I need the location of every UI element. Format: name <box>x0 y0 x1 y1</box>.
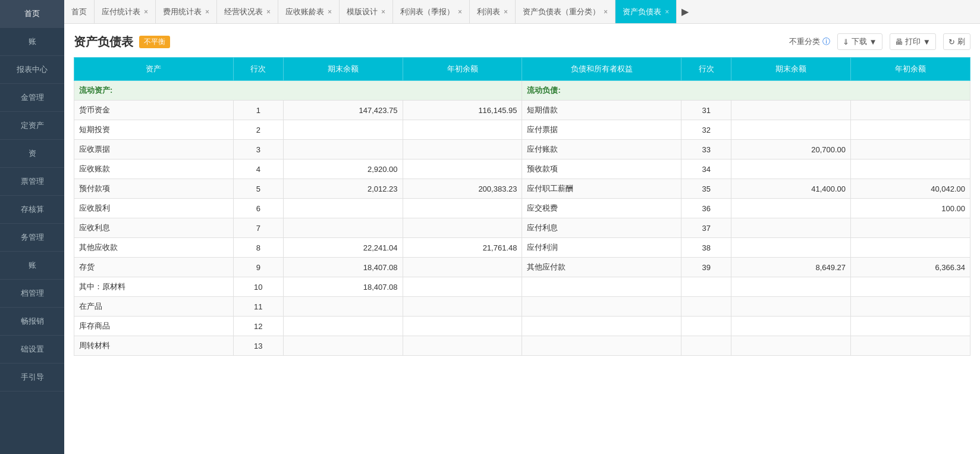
beginning-balance <box>403 297 522 317</box>
sidebar-item-ledger[interactable]: 账 <box>0 252 64 280</box>
ending-balance <box>283 218 403 238</box>
sidebar-item-report-center[interactable]: 报表中心 <box>0 56 64 84</box>
print-chevron-icon: ▼ <box>923 37 931 46</box>
tab-bar: 首页 应付统计表 × 费用统计表 × 经营状况表 × 应收账龄表 × 模版设计 … <box>64 0 980 24</box>
no-reclassify-label: 不重分类 ⓘ <box>789 36 830 47</box>
page-title-area: 资产负债表 不平衡 <box>74 34 170 50</box>
row-num2 <box>681 297 731 317</box>
ending-balance2 <box>731 101 851 120</box>
row-num: 12 <box>233 317 283 336</box>
sidebar-item-expense[interactable]: 畅报销 <box>0 308 64 336</box>
tab-close-balance-sheet[interactable]: × <box>665 8 669 16</box>
tab-expense-stats[interactable]: 费用统计表 × <box>156 0 217 24</box>
asset-label: 应收利息 <box>74 218 234 238</box>
table-row: 预付款项 5 2,012.23 200,383.23 应付职工薪酬 35 41,… <box>74 179 970 199</box>
tab-close-profit[interactable]: × <box>504 8 508 16</box>
tab-balance-sheet[interactable]: 资产负债表 × <box>615 0 677 24</box>
beginning-balance <box>403 159 522 179</box>
sidebar-item-investment[interactable]: 资 <box>0 140 64 168</box>
tab-profit[interactable]: 利润表 × <box>470 0 516 24</box>
tab-profit-quarterly[interactable]: 利润表（季报） × <box>393 0 470 24</box>
row-num: 1 <box>233 101 283 120</box>
beginning-balance2: 6,366.34 <box>851 258 970 277</box>
asset-label: 应收股利 <box>74 199 234 218</box>
ending-balance: 18,407.08 <box>283 258 403 277</box>
tab-close-receivable-aging[interactable]: × <box>328 8 332 16</box>
tab-close-balance-reclassified[interactable]: × <box>604 8 608 16</box>
row-num: 4 <box>233 159 283 179</box>
sidebar-item-tax-mgmt[interactable]: 务管理 <box>0 224 64 252</box>
col-ending-balance: 期末余额 <box>283 58 403 81</box>
col-liability: 负债和所有者权益 <box>522 58 681 81</box>
asset-label: 在产品 <box>74 297 234 317</box>
ending-balance2 <box>731 159 851 179</box>
beginning-balance2 <box>851 336 970 356</box>
beginning-balance <box>403 140 522 159</box>
col-asset: 资产 <box>74 58 234 81</box>
tab-template-design[interactable]: 模版设计 × <box>340 0 393 24</box>
ending-balance2 <box>731 317 851 336</box>
beginning-balance <box>403 199 522 218</box>
print-button[interactable]: 🖶 打印 ▼ <box>890 33 936 50</box>
sidebar-item-home[interactable]: 首页 <box>0 0 64 28</box>
row-num2: 33 <box>681 140 731 159</box>
sidebar-item-fund-mgmt[interactable]: 金管理 <box>0 84 64 112</box>
sidebar-item-settings[interactable]: 础设置 <box>0 336 64 364</box>
tab-close-business-status[interactable]: × <box>266 8 271 16</box>
refresh-icon: ↻ <box>948 37 955 46</box>
download-chevron-icon: ▼ <box>869 37 877 46</box>
tab-close-template-design[interactable]: × <box>381 8 385 16</box>
liability-label: 应付账款 <box>522 140 681 159</box>
refresh-button[interactable]: ↻ 刷 <box>943 33 970 50</box>
sidebar-item-fixed-assets[interactable]: 定资产 <box>0 112 64 140</box>
beginning-balance2 <box>851 101 970 120</box>
row-num2 <box>681 277 731 297</box>
row-num2: 39 <box>681 258 731 277</box>
ending-balance: 18,407.08 <box>283 277 403 297</box>
help-icon[interactable]: ⓘ <box>822 36 830 47</box>
liability-label <box>522 336 681 356</box>
sidebar-item-inventory[interactable]: 存核算 <box>0 196 64 224</box>
table-row: 应收股利 6 应交税费 36 100.00 <box>74 199 970 218</box>
asset-label: 其他应收款 <box>74 238 234 258</box>
row-num2: 34 <box>681 159 731 179</box>
tab-close-expense-stats[interactable]: × <box>205 8 209 16</box>
tab-business-status[interactable]: 经营状况表 × <box>217 0 278 24</box>
asset-label: 货币资金 <box>74 101 234 120</box>
ending-balance2: 41,400.00 <box>731 179 851 199</box>
col-beginning-balance: 年初余额 <box>403 58 522 81</box>
row-num: 8 <box>233 238 283 258</box>
asset-label: 短期投资 <box>74 120 234 140</box>
row-num: 2 <box>233 120 283 140</box>
tab-receivable-aging[interactable]: 应收账龄表 × <box>278 0 340 24</box>
tab-close-payable-stats[interactable]: × <box>144 8 148 16</box>
tab-payable-stats[interactable]: 应付统计表 × <box>95 0 156 24</box>
asset-label: 存货 <box>74 258 234 277</box>
sidebar-item-archive[interactable]: 档管理 <box>0 280 64 308</box>
beginning-balance2 <box>851 140 970 159</box>
table-row: 应收账款 4 2,920.00 预收款项 34 <box>74 159 970 179</box>
download-button[interactable]: ⇓ 下载 ▼ <box>837 33 882 50</box>
ending-balance <box>283 140 403 159</box>
sidebar-item-guide[interactable]: 手引导 <box>0 364 64 392</box>
ending-balance <box>283 336 403 356</box>
liability-label: 短期借款 <box>522 101 681 120</box>
col-row-num2: 行次 <box>681 58 731 81</box>
sidebar-item-bill-mgmt[interactable]: 票管理 <box>0 168 64 196</box>
asset-label: 应收票据 <box>74 140 234 159</box>
col-ending-balance2: 期末余额 <box>731 58 851 81</box>
ending-balance2 <box>731 218 851 238</box>
ending-balance: 2,920.00 <box>283 159 403 179</box>
ending-balance: 147,423.75 <box>283 101 403 120</box>
row-num: 5 <box>233 179 283 199</box>
tab-scroll-right[interactable]: ▶ <box>677 6 693 17</box>
sidebar-item-account[interactable]: 账 <box>0 28 64 56</box>
tab-close-profit-quarterly[interactable]: × <box>458 8 462 16</box>
liability-label <box>522 297 681 317</box>
beginning-balance <box>403 218 522 238</box>
row-num2 <box>681 336 731 356</box>
tab-home[interactable]: 首页 <box>64 0 95 24</box>
print-icon: 🖶 <box>895 37 903 46</box>
tab-balance-reclassified[interactable]: 资产负债表（重分类） × <box>516 0 615 24</box>
liability-label: 应付利息 <box>522 218 681 238</box>
